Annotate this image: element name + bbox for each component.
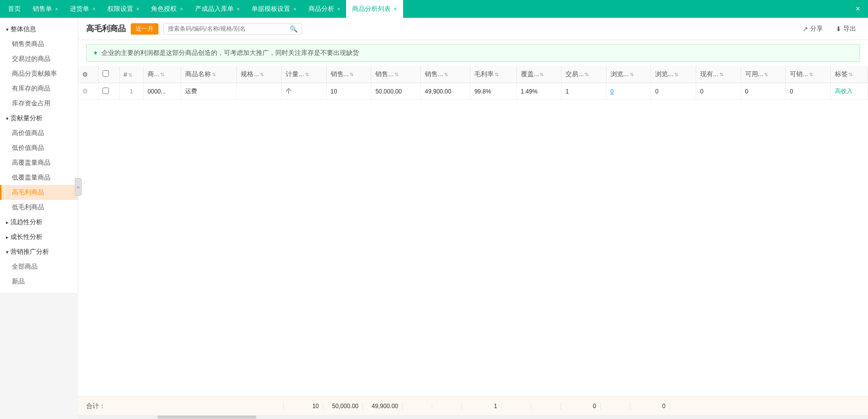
col-header-checkbox[interactable] — [98, 66, 119, 83]
sidebar-item-交易过的商品[interactable]: 交易过的商品 — [0, 51, 78, 66]
col-header-name[interactable]: 商品名称⇅ — [181, 66, 237, 83]
cell-checkbox[interactable] — [98, 83, 119, 100]
table-row: ⚙10000...运费个1050,000.0049,900.0099.8%1.4… — [78, 83, 868, 100]
sidebar-item-全部商品[interactable]: 全部商品 — [0, 259, 78, 274]
sort-icon[interactable]: ⇅ — [585, 72, 589, 77]
col-header-transactions[interactable]: 交易...⇅ — [562, 66, 607, 83]
col-header-rownum[interactable]: #⇅ — [119, 66, 144, 83]
nav-item-商品分析[interactable]: 商品分析× — [303, 0, 346, 18]
col-label: 销售... — [331, 70, 349, 78]
sidebar-item-高覆盖量商品[interactable]: 高覆盖量商品 — [0, 155, 78, 170]
sort-icon[interactable]: ⇅ — [160, 72, 164, 77]
sidebar-item-库存资金占用[interactable]: 库存资金占用 — [0, 96, 78, 111]
nav-close-icon[interactable]: × — [237, 6, 240, 12]
sort-icon[interactable]: ⇅ — [128, 72, 132, 78]
scrollbar-thumb[interactable] — [157, 416, 256, 419]
col-label: 标签 — [835, 70, 848, 78]
sidebar-item-高价值商品[interactable]: 高价值商品 — [0, 126, 78, 140]
col-header-stock_available[interactable]: 可用...⇅ — [741, 66, 786, 83]
col-header-views1[interactable]: 浏览...⇅ — [606, 66, 651, 83]
cell-name: 运费 — [181, 83, 237, 100]
sort-icon[interactable]: ⇅ — [540, 72, 544, 77]
nav-item-单据模板设置[interactable]: 单据模板设置× — [246, 0, 302, 18]
select-all-checkbox[interactable] — [102, 70, 109, 77]
sidebar-section-成长性分析[interactable]: ▸成长性分析 — [0, 230, 78, 244]
share-button[interactable]: ↗ 分享 — [799, 23, 827, 35]
nav-close-icon[interactable]: × — [337, 6, 340, 12]
sort-icon[interactable]: ⇅ — [719, 72, 723, 77]
sidebar-item-商品分贡献频率[interactable]: 商品分贡献频率 — [0, 66, 78, 81]
sidebar-section-营销推广分析[interactable]: ▾营销推广分析 — [0, 244, 78, 259]
nav-close-icon[interactable]: × — [394, 6, 397, 12]
col-label: 可销... — [790, 70, 808, 78]
sort-icon[interactable]: ⇅ — [305, 72, 309, 77]
info-banner: ✦ 企业的主要的利润都是这部分商品创造的，可考虑加大推广，同时关注库存是不要出现… — [86, 44, 860, 62]
sidebar-section-贡献量分析[interactable]: ▾贡献量分析 — [0, 111, 78, 126]
nav-item-首页[interactable]: 首页 — [2, 0, 27, 18]
close-all-button[interactable]: × — [850, 4, 866, 13]
sidebar-item-低价值商品[interactable]: 低价值商品 — [0, 140, 78, 155]
sort-icon[interactable]: ⇅ — [260, 72, 264, 77]
section-label: 贡献量分析 — [10, 114, 43, 123]
export-button[interactable]: ⬇ 导出 — [832, 23, 860, 35]
col-header-stock_sellable[interactable]: 可销...⇅ — [786, 66, 831, 83]
col-header-spec[interactable]: 规格...⇅ — [237, 66, 282, 83]
horizontal-scrollbar[interactable] — [78, 415, 868, 419]
col-header-sales_qty[interactable]: 销售...⇅ — [326, 66, 371, 83]
nav-close-icon[interactable]: × — [293, 6, 296, 12]
cell-rownum: 1 — [119, 83, 144, 100]
sidebar-item-销售类商品[interactable]: 销售类商品 — [0, 37, 78, 51]
col-label: 毛利率 — [474, 70, 494, 78]
cell-views1[interactable]: 0 — [606, 83, 651, 100]
row-settings-icon[interactable]: ⚙ — [82, 88, 88, 95]
nav-item-商品分析列表[interactable]: 商品分析列表× — [346, 0, 403, 18]
sort-icon[interactable]: ⇅ — [849, 72, 853, 77]
col-header-unit[interactable]: 计量...⇅ — [281, 66, 326, 83]
sort-icon[interactable]: ⇅ — [630, 72, 634, 77]
col-header-settings[interactable]: ⚙ — [78, 66, 98, 83]
nav-item-进货单[interactable]: 进货单× — [64, 0, 101, 18]
nav-item-产成品入库单[interactable]: 产成品入库单× — [189, 0, 246, 18]
nav-close-icon[interactable]: × — [180, 6, 183, 12]
sidebar-item-低毛利商品[interactable]: 低毛利商品 — [0, 200, 78, 215]
nav-close-icon[interactable]: × — [55, 6, 58, 12]
row-checkbox[interactable] — [102, 88, 109, 94]
col-label: 可用... — [745, 70, 764, 78]
search-input[interactable] — [168, 25, 290, 32]
sort-icon[interactable]: ⇅ — [350, 72, 354, 77]
col-header-sales_profit[interactable]: 销售...⇅ — [421, 66, 470, 83]
sidebar-item-低覆盖量商品[interactable]: 低覆盖量商品 — [0, 170, 78, 185]
sort-icon[interactable]: ⇅ — [764, 72, 768, 77]
sidebar-collapse-button[interactable]: « — [75, 178, 82, 196]
cell-unit: 个 — [281, 83, 326, 100]
section-label: 成长性分析 — [10, 233, 43, 241]
col-label: 现有... — [700, 70, 718, 78]
col-label: 商品名称 — [185, 70, 211, 78]
nav-close-icon[interactable]: × — [92, 6, 95, 12]
nav-item-权限设置[interactable]: 权限设置× — [102, 0, 145, 18]
settings-icon[interactable]: ⚙ — [82, 71, 88, 78]
nav-close-icon[interactable]: × — [136, 6, 139, 12]
sort-icon[interactable]: ⇅ — [444, 72, 448, 77]
search-icon[interactable]: 🔍 — [290, 25, 298, 33]
col-header-code[interactable]: 商...⇅ — [144, 66, 181, 83]
nav-item-角色授权[interactable]: 角色授权× — [145, 0, 189, 18]
sidebar-item-新品[interactable]: 新品 — [0, 274, 78, 289]
sidebar-section-流趋性分析[interactable]: ▸流趋性分析 — [0, 215, 78, 230]
sidebar-section-整体信息[interactable]: ▾整体信息 — [0, 22, 78, 37]
col-header-gross_margin[interactable]: 毛利率⇅ — [470, 66, 516, 83]
nav-item-销售单[interactable]: 销售单× — [27, 0, 64, 18]
sort-icon[interactable]: ⇅ — [395, 72, 399, 77]
col-header-sales_amount[interactable]: 销售...⇅ — [371, 66, 421, 83]
col-header-tag[interactable]: 标签⇅ — [830, 66, 868, 83]
sort-icon[interactable]: ⇅ — [495, 72, 499, 77]
sort-icon[interactable]: ⇅ — [674, 72, 678, 77]
col-header-views2[interactable]: 浏览...⇅ — [651, 66, 696, 83]
sidebar-item-高毛利商品[interactable]: 高毛利商品 — [0, 185, 78, 200]
col-header-coverage[interactable]: 覆盖...⇅ — [516, 66, 562, 83]
filter-month-button[interactable]: 近一月 — [131, 23, 158, 35]
sort-icon[interactable]: ⇅ — [809, 72, 813, 77]
sidebar-item-有库存的商品[interactable]: 有库存的商品 — [0, 81, 78, 96]
sort-icon[interactable]: ⇅ — [212, 72, 216, 77]
col-header-stock_current[interactable]: 现有...⇅ — [696, 66, 741, 83]
